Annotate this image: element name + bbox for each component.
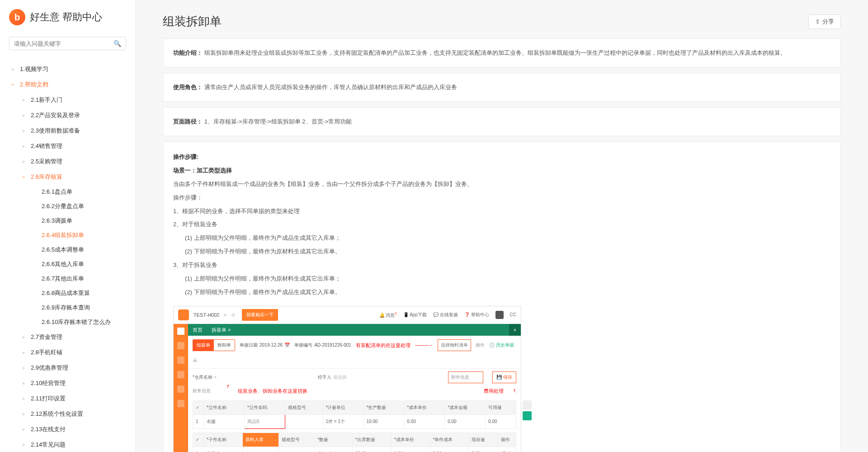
role-card: 使用角色： 通常由生产人员或库管人员完成拆装业务的操作，库管人员确认原材料的出库…: [163, 73, 841, 102]
search-icon[interactable]: 🔍: [113, 40, 121, 47]
ss-type-radio: 组装单 拆卸单: [193, 339, 235, 351]
nav-2-6-8[interactable]: 2.6.8商品成本重算: [42, 286, 126, 300]
plus-icon: ＋: [20, 364, 27, 371]
step-2a: (1) 上部明细为父件明细，最终作为产成品生成其它入库单；: [173, 231, 830, 245]
nav-2-9[interactable]: ＋2.9优惠券管理: [20, 360, 126, 376]
minus-icon: −: [9, 81, 16, 88]
path-label: 页面路径：: [173, 118, 203, 125]
gear-icon: ⚙: [231, 310, 236, 320]
plus-icon: ＋: [9, 66, 16, 73]
search-box[interactable]: 🔍: [9, 37, 126, 50]
ss-buy-button: 我要购买一下: [242, 309, 278, 321]
path-text: 1、库存核算->库存管理->组装拆卸单 2、首页->常用功能: [204, 118, 352, 125]
ss-parent-table: ✓ *父件名称 *父件条码 规格型号 *计量单位 *生产数量 *成本单价 *成本…: [193, 400, 516, 429]
print-icon: 🖨: [193, 356, 197, 365]
nav-2-6-10[interactable]: 2.6.10库存账本错了怎么办: [42, 315, 126, 329]
ss-side-icons: [523, 400, 532, 420]
nav-video[interactable]: ＋1.视频学习: [9, 62, 126, 77]
nav-2-6-5[interactable]: 2.6.5成本调整单: [42, 243, 126, 257]
nav-2-10[interactable]: ＋2.10经营管理: [20, 376, 126, 391]
nav-2-6-6[interactable]: 2.6.6其他入库单: [42, 257, 126, 271]
plus-icon: ＋: [20, 426, 27, 433]
ss-annotation-switch: 组装业务、拆卸业务在这里切换: [238, 386, 307, 396]
nav-2-6-9[interactable]: 2.6.9库存账本查询: [42, 300, 126, 315]
share-button[interactable]: ⇪ 分享: [808, 14, 841, 29]
plus-icon: ＋: [20, 158, 27, 165]
plus-icon: ＋: [20, 143, 27, 150]
step-2: 2、对于组装业务: [173, 218, 830, 231]
home-icon: [177, 328, 184, 335]
nav-2-1[interactable]: ＋2.1新手入门: [20, 92, 126, 108]
nav-2-3[interactable]: ＋2.3使用前数据准备: [20, 123, 126, 138]
logo-icon: b: [9, 9, 25, 25]
brand-title: 好生意 帮助中心: [30, 10, 102, 24]
ss-radio-disassemble: 拆卸单: [214, 340, 235, 351]
nav-2-8[interactable]: ＋2.8手机旺铺: [20, 345, 126, 360]
box-icon: [177, 357, 184, 364]
ss-annotation-list: 有装配清单的在这里处理: [356, 340, 410, 350]
more-icon: [177, 400, 184, 407]
nav-2-4[interactable]: ＋2.4销售管理: [20, 138, 126, 154]
nav-2-6-2[interactable]: 2.6.2分量盘点单: [42, 199, 126, 214]
nav-2-12[interactable]: ＋2.12系统个性化设置: [20, 406, 126, 422]
ss-bom-button: 选择物料清单: [438, 339, 471, 351]
plus-icon: ＋: [20, 395, 27, 402]
step-3: 3、对于拆装业务: [173, 258, 830, 272]
ss-msg: 🔔 消息0: [379, 310, 397, 320]
chevron-down-icon: ▾: [224, 310, 226, 320]
nav-2-11[interactable]: ＋2.11打印设置: [20, 391, 126, 406]
plus-icon: ＋: [20, 410, 27, 418]
search-input[interactable]: [14, 40, 113, 47]
plus-icon: ＋: [20, 380, 27, 387]
ss-child-table: ✓ *子件名称 原料入库 规格型号 *数量 *出库数量 *成本单价 *单件成本 …: [193, 433, 516, 452]
chart-icon: [177, 385, 184, 393]
nav-docs[interactable]: −2.帮助文档: [9, 77, 126, 92]
steps-label: 操作步骤:: [173, 150, 830, 164]
nav-2-13[interactable]: ＋2.13在线支付: [20, 422, 126, 437]
share-label: 分享: [822, 18, 834, 26]
arrow-icon: ———→: [415, 341, 433, 350]
nav-2-6-1[interactable]: 2.6.1盘点单: [42, 185, 126, 199]
plus-icon: ＋: [20, 349, 27, 356]
brand-logo: b 好生意 帮助中心: [9, 9, 126, 25]
close-icon: ×: [509, 324, 521, 336]
share-icon: ⇪: [815, 18, 820, 25]
scene-desc: 当由多个子件材料组装成一个成品的业务为【组装】业务，当由一个父件拆分成多个子产品…: [173, 177, 830, 191]
path-card: 页面路径： 1、库存核算->库存管理->组装拆卸单 2、首页->常用功能: [163, 107, 841, 136]
role-label: 使用角色：: [173, 84, 203, 90]
ss-logo-icon: [178, 309, 189, 320]
ss-warehouse: *仓库名称 ▾: [193, 373, 217, 382]
nav-2-6-7[interactable]: 2.6.7其他出库单: [42, 271, 126, 286]
ss-save-button: 💾 保存: [492, 371, 516, 383]
role-text: 通常由生产人员或库管人员完成拆装业务的操作，库管人员确认原材料的出库和产成品的入…: [204, 84, 457, 90]
step-3b: (2) 下部明细为子件明细，最终作为产成品生成其它入库单。: [173, 285, 830, 299]
plus-icon: ＋: [20, 127, 27, 134]
step-3a: (1) 上部明细为父件明细，最终作为原材料生成其它出库单；: [173, 272, 830, 285]
nav-2-6-3[interactable]: 2.6.3调拨单: [42, 214, 126, 228]
ss-annotation-fee: 费用处理: [484, 386, 504, 396]
ss-history: 🕘 历史单据: [489, 341, 514, 350]
avatar-icon: [495, 311, 504, 319]
ss-app: 📱 App下载: [403, 310, 427, 319]
ss-header: TEST-H002 ▾ ⚙ 我要购买一下 🔔 消息0 📱 App下载 💬 在线客…: [174, 306, 521, 324]
nav-2-6-4[interactable]: 2.6.4组装拆卸单: [42, 228, 126, 243]
nav-2-6[interactable]: −2.6库存核算: [20, 169, 126, 185]
nav-2-5[interactable]: ＋2.5采购管理: [20, 154, 126, 169]
nav-2-7[interactable]: ＋2.7资金管理: [20, 329, 126, 345]
ss-op-label: 操作: [476, 341, 485, 350]
step-2b: (2) 下部明细为子件明细，最终作为原材料生成其它出库单。: [173, 245, 830, 258]
plus-icon: ＋: [20, 333, 27, 341]
intro-label: 功能介绍：: [173, 49, 203, 56]
step-ops: 操作步骤：: [173, 191, 830, 205]
scene-label: 场景一：加工类型选择: [173, 164, 830, 177]
ss-finance: 财务信息: [193, 386, 211, 395]
plus-icon: ＋: [20, 441, 27, 448]
calendar-icon: [177, 371, 184, 378]
ss-env: TEST-H002: [193, 310, 219, 320]
ss-toolbar: 组装单 拆卸单 单据日期 2019-12-26 📅 单据编号 AD-201912…: [188, 336, 521, 369]
ss-tab-doc: 拆装单 ×: [212, 325, 231, 335]
nav-2-14[interactable]: ＋2.14常见问题: [20, 437, 126, 452]
nav-2-2[interactable]: ＋2.2产品安装及登录: [20, 108, 126, 123]
ss-tab-home: 首页: [193, 325, 203, 335]
plus-icon: ＋: [20, 96, 27, 104]
